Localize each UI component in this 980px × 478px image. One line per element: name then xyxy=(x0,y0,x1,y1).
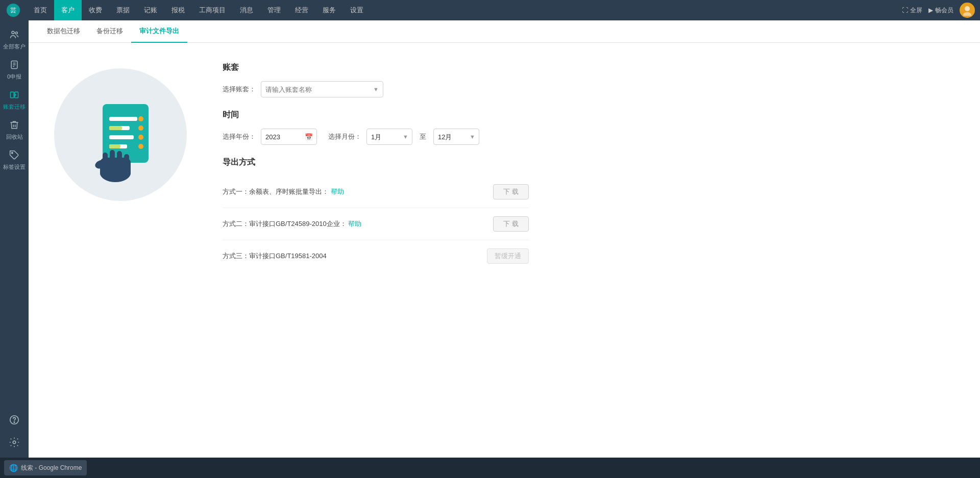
year-input-wrapper: 📅 xyxy=(261,129,317,145)
sidebar-item-trash-label: 回收站 xyxy=(6,133,23,141)
export-methods: 方式一：余额表、序时账批量导出： 帮助 下 载 方式二：审计接口GB/T2458… xyxy=(223,176,529,272)
month-end-wrapper: 1月2月3月4月 5月6月7月8月 9月10月11月 12月 ▼ xyxy=(433,129,479,145)
svg-point-21 xyxy=(138,116,143,121)
nav-item-home[interactable]: 首页 xyxy=(27,0,54,20)
user-avatar[interactable] xyxy=(960,3,975,18)
top-nav-items: 首页 客户 收费 票据 记账 报税 工商项目 消息 管理 经营 服务 设置 xyxy=(27,0,902,20)
tab-audit-export[interactable]: 审计文件导出 xyxy=(131,20,187,43)
illustration-svg xyxy=(69,79,172,191)
sidebar-bottom xyxy=(0,411,29,458)
member-button[interactable]: ▶ 畅会员 xyxy=(928,6,953,15)
account-section-title: 账套 xyxy=(223,62,529,73)
method-1-help-link[interactable]: 帮助 xyxy=(331,188,344,195)
sidebar-item-zero-declare-label: 0申报 xyxy=(7,73,21,81)
method-3-label: 方式三：审计接口GB/T19581-2004 xyxy=(223,251,327,261)
method-row-1: 方式一：余额表、序时账批量导出： 帮助 下 载 xyxy=(223,176,529,208)
svg-point-2 xyxy=(965,6,970,11)
method-2-help-link[interactable]: 帮助 xyxy=(348,220,361,228)
month-label: 选择月份： xyxy=(328,132,361,141)
nav-item-fee[interactable]: 收费 xyxy=(82,0,109,20)
illustration-area xyxy=(49,58,192,442)
svg-rect-10 xyxy=(11,92,14,98)
nav-item-business[interactable]: 工商项目 xyxy=(192,0,233,20)
form-area: 账套 选择账套： ▼ 时间 选择年份： 📅 选择月份： xyxy=(223,58,529,442)
migrate-icon xyxy=(8,89,20,101)
trash-icon xyxy=(8,119,20,131)
settings-icon[interactable] xyxy=(5,433,23,451)
method-2-download-button[interactable]: 下 载 xyxy=(493,216,529,232)
year-label: 选择年份： xyxy=(223,132,256,141)
taskbar-item-label: 线索 - Google Chrome xyxy=(21,464,82,472)
time-section-title: 时间 xyxy=(223,110,529,120)
time-row: 选择年份： 📅 选择月份： 1月2月3月4月 5月6月7月8月 9月10月11月… xyxy=(223,129,529,145)
sidebar-item-zero-declare[interactable]: 0申报 xyxy=(0,55,29,85)
nav-item-bookkeeping[interactable]: 记账 xyxy=(137,0,164,20)
svg-point-23 xyxy=(138,135,143,140)
sidebar-item-trash[interactable]: 回收站 xyxy=(0,115,29,145)
svg-point-24 xyxy=(138,144,143,149)
svg-point-12 xyxy=(12,153,13,154)
to-text: 至 xyxy=(418,132,428,141)
svg-point-15 xyxy=(13,441,16,444)
file-icon xyxy=(8,59,20,71)
svg-rect-30 xyxy=(103,153,108,165)
svg-rect-31 xyxy=(110,150,115,163)
svg-rect-17 xyxy=(109,117,137,121)
method-3-coming-soon-button[interactable]: 暂缓开通 xyxy=(487,248,529,264)
method-1-download-button[interactable]: 下 载 xyxy=(493,184,529,199)
sidebar-item-migrate[interactable]: 账套迁移 xyxy=(0,85,29,115)
method-row-2: 方式二：审计接口GB/T24589-2010企业： 帮助 下 载 xyxy=(223,208,529,240)
svg-point-4 xyxy=(12,31,14,34)
top-nav-right: ⛶ 全屏 ▶ 畅会员 xyxy=(902,3,975,18)
sidebar-item-all-clients[interactable]: 全部客户 xyxy=(0,24,29,55)
tag-icon xyxy=(8,149,20,161)
svg-point-14 xyxy=(14,422,14,422)
account-row: 选择账套： ▼ xyxy=(223,81,529,97)
nav-item-service[interactable]: 服务 xyxy=(315,0,343,20)
app-logo[interactable]: 芸 xyxy=(5,2,21,18)
svg-rect-33 xyxy=(124,154,129,164)
fullscreen-icon: ⛶ xyxy=(902,7,908,14)
year-input[interactable] xyxy=(261,129,317,145)
top-nav: 芸 首页 客户 收费 票据 记账 报税 工商项目 消息 管理 经营 服务 设置 … xyxy=(0,0,980,20)
nav-item-operation[interactable]: 经营 xyxy=(288,0,315,20)
month-start-select[interactable]: 1月2月3月4月 5月6月7月8月 9月10月11月12月 xyxy=(366,129,412,145)
illustration-circle xyxy=(54,68,187,201)
tab-backup-migrate[interactable]: 备份迁移 xyxy=(88,20,131,43)
account-select[interactable]: ▼ xyxy=(261,81,383,97)
account-select-arrow: ▼ xyxy=(373,86,379,92)
sidebar-item-migrate-label: 账套迁移 xyxy=(3,103,26,111)
nav-item-message[interactable]: 消息 xyxy=(233,0,260,20)
svg-rect-32 xyxy=(117,151,122,163)
sidebar: 全部客户 0申报 账套迁移 回收站 标签设置 xyxy=(0,20,29,458)
nav-item-settings[interactable]: 设置 xyxy=(343,0,371,20)
taskbar-chrome-item[interactable]: 🌐 线索 - Google Chrome xyxy=(4,460,87,475)
sub-tabs: 数据包迁移 备份迁移 审计文件导出 xyxy=(29,20,980,43)
account-input[interactable] xyxy=(265,86,373,93)
sidebar-item-tag-settings[interactable]: 标签设置 xyxy=(0,145,29,175)
svg-rect-25 xyxy=(109,126,122,130)
sidebar-item-all-clients-label: 全部客户 xyxy=(3,43,26,51)
svg-point-3 xyxy=(963,12,971,16)
main-layout: 全部客户 0申报 账套迁移 回收站 标签设置 xyxy=(0,20,980,458)
users-icon xyxy=(8,29,20,41)
method-row-3: 方式三：审计接口GB/T19581-2004 暂缓开通 xyxy=(223,240,529,272)
page-content: 账套 选择账套： ▼ 时间 选择年份： 📅 选择月份： xyxy=(29,43,980,458)
method-1-label: 方式一：余额表、序时账批量导出： 帮助 xyxy=(223,187,344,196)
svg-point-22 xyxy=(138,125,143,131)
svg-text:芸: 芸 xyxy=(10,7,16,14)
nav-item-invoice[interactable]: 票据 xyxy=(109,0,137,20)
nav-item-client[interactable]: 客户 xyxy=(54,0,82,20)
method-2-label: 方式二：审计接口GB/T24589-2010企业： 帮助 xyxy=(223,219,361,229)
nav-item-manage[interactable]: 管理 xyxy=(260,0,288,20)
help-icon[interactable] xyxy=(5,411,23,429)
svg-rect-16 xyxy=(103,104,149,163)
month-end-select[interactable]: 1月2月3月4月 5月6月7月8月 9月10月11月 12月 xyxy=(433,129,479,145)
svg-point-5 xyxy=(15,32,17,34)
tab-data-migrate[interactable]: 数据包迁移 xyxy=(39,20,88,43)
fullscreen-button[interactable]: ⛶ 全屏 xyxy=(902,6,922,15)
svg-rect-19 xyxy=(109,135,134,139)
play-icon: ▶ xyxy=(928,7,933,14)
nav-item-tax[interactable]: 报税 xyxy=(164,0,192,20)
svg-rect-26 xyxy=(109,144,120,148)
